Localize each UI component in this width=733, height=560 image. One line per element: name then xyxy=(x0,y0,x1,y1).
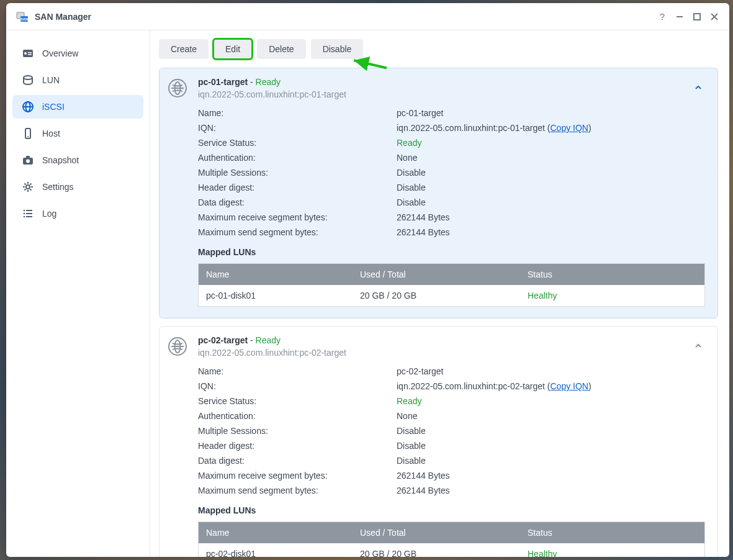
value-max-recv: 262144 Bytes xyxy=(397,471,705,481)
gear-icon xyxy=(21,180,35,194)
sidebar-item-host[interactable]: Host xyxy=(12,122,143,145)
list-icon xyxy=(21,207,35,220)
label-auth: Authentication: xyxy=(198,411,397,421)
target-name: pc-02-target xyxy=(198,335,248,345)
lun-table-header: Name Used / Total Status xyxy=(199,522,704,543)
lun-row[interactable]: pc-01-disk01 20 GB / 20 GB Healthy xyxy=(199,285,704,306)
svg-rect-23 xyxy=(26,210,32,211)
value-multiple-sessions: Disable xyxy=(397,168,705,178)
sidebar-item-overview[interactable]: Overview xyxy=(12,42,143,65)
sidebar-item-iscsi[interactable]: iSCSI xyxy=(12,95,143,119)
minimize-button[interactable] xyxy=(671,8,688,25)
lun-status: Healthy xyxy=(528,291,704,300)
help-button[interactable]: ? xyxy=(654,8,671,25)
target-status: Ready xyxy=(256,77,281,87)
value-auth: None xyxy=(397,153,705,163)
create-button[interactable]: Create xyxy=(159,39,209,59)
svg-text:SAN: SAN xyxy=(20,17,29,21)
svg-point-12 xyxy=(24,76,32,79)
label-max-send: Maximum send segment bytes: xyxy=(198,227,397,237)
camera-icon xyxy=(21,153,35,167)
san-manager-window: SAN SAN Manager ? Overview xyxy=(6,3,729,557)
value-max-send: 262144 Bytes xyxy=(397,227,705,237)
sidebar-item-lun[interactable]: LUN xyxy=(12,68,143,92)
value-service-status: Ready xyxy=(397,138,421,148)
label-auth: Authentication: xyxy=(198,153,397,163)
mapped-luns-title: Mapped LUNs xyxy=(198,505,705,515)
value-name: pc-01-target xyxy=(397,108,705,118)
collapse-toggle[interactable] xyxy=(691,81,705,96)
target-details: Name:pc-01-target IQN:iqn.2022-05.com.li… xyxy=(160,106,717,318)
lun-used: 20 GB / 20 GB xyxy=(360,291,528,300)
sidebar-item-label: Snapshot xyxy=(42,155,79,165)
sidebar-item-label: iSCSI xyxy=(42,102,65,112)
svg-point-9 xyxy=(24,52,27,55)
svg-point-21 xyxy=(26,185,30,189)
label-iqn: IQN: xyxy=(198,381,397,391)
target-card-pc-02[interactable]: pc-02-target - Ready iqn.2022-05.com.lin… xyxy=(159,326,718,557)
label-data-digest: Data digest: xyxy=(198,197,397,207)
col-status: Status xyxy=(528,269,704,279)
col-name: Name xyxy=(199,528,360,538)
svg-point-17 xyxy=(27,136,29,137)
target-name: pc-01-target xyxy=(198,77,248,87)
value-data-digest: Disable xyxy=(397,456,705,466)
svg-text:?: ? xyxy=(660,12,665,22)
value-max-recv: 262144 Bytes xyxy=(397,212,705,222)
value-name: pc-02-target xyxy=(397,366,705,376)
svg-point-22 xyxy=(24,210,25,212)
sidebar-item-label: Overview xyxy=(42,48,78,58)
label-data-digest: Data digest: xyxy=(198,456,397,466)
lun-name: pc-01-disk01 xyxy=(199,291,360,300)
value-header-digest: Disable xyxy=(397,441,705,451)
copy-iqn-link[interactable]: Copy IQN xyxy=(550,123,588,133)
edit-button[interactable]: Edit xyxy=(214,39,252,59)
svg-point-26 xyxy=(24,216,25,218)
label-iqn: IQN: xyxy=(198,123,397,133)
maximize-button[interactable] xyxy=(688,8,706,25)
sidebar-item-label: Settings xyxy=(42,182,74,192)
label-header-digest: Header digest: xyxy=(198,441,397,451)
col-used: Used / Total xyxy=(360,528,528,538)
mapped-luns-title: Mapped LUNs xyxy=(198,247,705,257)
globe-icon xyxy=(168,79,187,97)
svg-rect-11 xyxy=(28,54,32,55)
target-card-pc-01[interactable]: pc-01-target - Ready iqn.2022-05.com.lin… xyxy=(159,68,718,318)
sidebar-item-label: LUN xyxy=(42,75,60,85)
app-title: SAN Manager xyxy=(35,12,654,22)
disable-button[interactable]: Disable xyxy=(311,39,364,59)
value-max-send: 262144 Bytes xyxy=(397,485,705,495)
sidebar-item-label: Log xyxy=(42,209,56,219)
value-data-digest: Disable xyxy=(397,197,705,207)
globe-icon xyxy=(21,100,35,114)
label-multiple-sessions: Multiple Sessions: xyxy=(198,168,397,178)
label-header-digest: Header digest: xyxy=(198,183,397,192)
device-icon xyxy=(21,127,35,140)
sidebar-item-log[interactable]: Log xyxy=(12,202,143,225)
copy-iqn-link[interactable]: Copy IQN xyxy=(550,381,588,391)
svg-point-20 xyxy=(26,160,30,163)
sidebar-item-settings[interactable]: Settings xyxy=(12,175,143,199)
col-status: Status xyxy=(528,528,704,538)
sidebar-item-snapshot[interactable]: Snapshot xyxy=(12,148,143,172)
globe-icon xyxy=(168,337,187,356)
titlebar: SAN SAN Manager ? xyxy=(6,3,729,30)
col-name: Name xyxy=(199,269,360,279)
lun-table: Name Used / Total Status pc-01-disk01 20… xyxy=(198,263,705,307)
target-header: pc-01-target - Ready iqn.2022-05.com.lin… xyxy=(160,68,717,106)
disk-icon xyxy=(21,73,35,87)
collapse-toggle[interactable] xyxy=(691,339,705,355)
label-service-status: Service Status: xyxy=(198,396,397,406)
delete-button[interactable]: Delete xyxy=(257,39,305,59)
target-iqn-sub: iqn.2022-05.com.linuxhint:pc-01-target xyxy=(198,89,691,99)
svg-rect-19 xyxy=(26,156,30,158)
target-iqn-sub: iqn.2022-05.com.linuxhint:pc-02-target xyxy=(198,348,691,358)
svg-rect-10 xyxy=(28,52,32,53)
lun-row[interactable]: pc-02-disk01 20 GB / 20 GB Healthy xyxy=(199,543,704,557)
close-button[interactable] xyxy=(706,8,723,25)
target-header: pc-02-target - Ready iqn.2022-05.com.lin… xyxy=(160,327,717,364)
svg-rect-27 xyxy=(26,216,32,217)
value-multiple-sessions: Disable xyxy=(397,426,705,436)
value-auth: None xyxy=(397,411,705,421)
app-icon: SAN xyxy=(16,11,29,23)
